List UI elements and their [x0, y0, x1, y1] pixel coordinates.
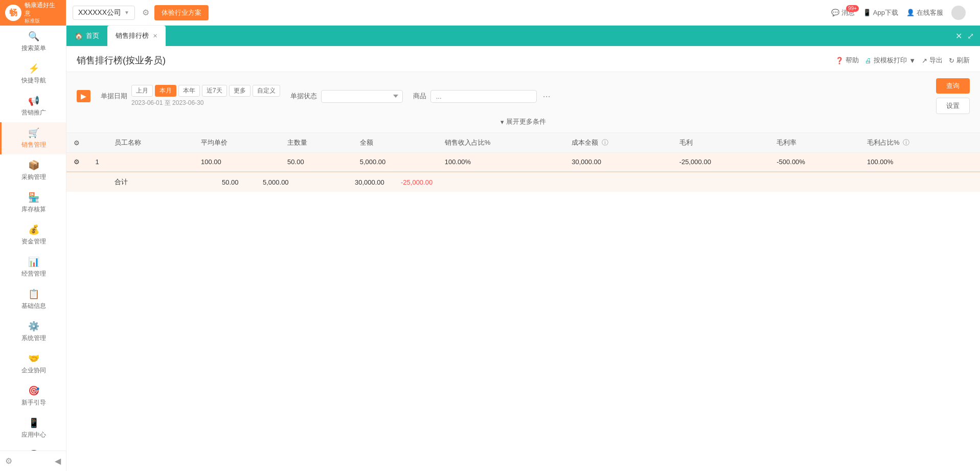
app-subtitle: 标准版: [25, 17, 61, 24]
home-icon: 🏠: [75, 32, 83, 40]
refresh-label: 刷新: [956, 56, 970, 65]
date-btn-this-month[interactable]: 本月: [155, 85, 176, 97]
date-btn-prev-month[interactable]: 上月: [131, 85, 153, 97]
close-window-icon[interactable]: ✕: [955, 31, 962, 41]
trial-button[interactable]: 体验行业方案: [154, 5, 209, 20]
filter-expand-arrow[interactable]: ▶: [77, 90, 90, 102]
sidebar-item-label-guide: 新手引导: [21, 398, 46, 407]
table-header-row: ⚙ 员工名称 平均单价 主数量 全额 销售收入占比% 成本全额 ⓘ 毛利 毛利率: [66, 133, 980, 153]
table-footer: 合计 50.00 5,000.00 30,000.00 -25,000.00: [66, 171, 980, 192]
sidebar-item-finance[interactable]: 💰 资金管理: [0, 219, 66, 251]
sidebar-item-marketing[interactable]: 📢 营销推广: [0, 90, 66, 122]
profit-pct-help-icon[interactable]: ⓘ: [903, 139, 909, 146]
sidebar-item-inventory[interactable]: 🏪 库存核算: [0, 187, 66, 219]
filter-row: ▶ 单据日期 上月 本月 本年 近7天 更多 自定义 20: [77, 78, 970, 114]
sidebar-item-label-app-center: 应用中心: [21, 431, 46, 439]
export-label: 导出: [929, 56, 943, 65]
sidebar-item-basics[interactable]: 📋 基础信息: [0, 283, 66, 316]
sidebar-item-sales[interactable]: 🛒 销售管理: [0, 122, 66, 154]
tab-home-label: 首页: [86, 31, 99, 40]
row-settings[interactable]: ⚙: [66, 153, 87, 171]
sidebar-footer: ⚙ ◀: [0, 451, 66, 471]
help-button[interactable]: ❓ 帮助: [835, 56, 859, 65]
col-profit: 毛利: [672, 133, 770, 153]
date-btn-more[interactable]: 更多: [229, 85, 250, 97]
tab-close-icon[interactable]: ✕: [153, 33, 157, 39]
topbar: XXXXXX公司 ▼ ⚙ 体验行业方案 💬 消息 99+ 📱 App下载 👤 在…: [66, 0, 980, 26]
sidebar-item-label-operations: 经营管理: [21, 270, 46, 278]
quick-nav-icon: ⚡: [28, 63, 39, 74]
company-selector[interactable]: XXXXXX公司 ▼: [73, 6, 135, 20]
filter-more-row: ▾ 展开更多条件: [77, 117, 970, 126]
cost-help-icon[interactable]: ⓘ: [602, 139, 608, 146]
row-cost: 30,000.00: [564, 153, 672, 171]
avatar[interactable]: [951, 6, 966, 20]
message-icon: 💬: [831, 9, 839, 16]
system-icon: ⚙️: [28, 321, 39, 332]
collapse-icon[interactable]: ◀: [55, 456, 61, 466]
sidebar-item-purchase[interactable]: 📦 采购管理: [0, 154, 66, 187]
row-sales-pct: 100.00%: [438, 153, 564, 171]
date-btn-7days[interactable]: 近7天: [202, 85, 227, 97]
status-select[interactable]: [321, 90, 403, 103]
sidebar-item-quick-nav[interactable]: ⚡ 快捷导航: [0, 58, 66, 90]
online-service-button[interactable]: 👤 在线客服: [906, 8, 943, 17]
export-button[interactable]: ↗ 导出: [922, 56, 943, 65]
table-area: ⚙ 员工名称 平均单价 主数量 全额 销售收入占比% 成本全额 ⓘ 毛利 毛利率: [66, 133, 980, 471]
operations-icon: 📊: [28, 256, 39, 267]
date-filter-group: 单据日期 上月 本月 本年 近7天 更多 自定义 2023-06-01 至 20…: [101, 85, 280, 107]
sidebar-item-operations[interactable]: 📊 经营管理: [0, 251, 66, 283]
status-filter-label: 单据状态: [290, 92, 317, 101]
app-center-icon: 📱: [28, 417, 39, 429]
date-btn-custom[interactable]: 自定义: [253, 85, 280, 97]
col-rank: [87, 133, 107, 153]
sidebar-item-label-finance: 资金管理: [21, 237, 46, 246]
sidebar-item-cooperation[interactable]: 🤝 企业协同: [0, 348, 66, 380]
help-icon: ❓: [835, 57, 844, 64]
service-label: 在线客服: [917, 8, 943, 17]
table-row: ⚙ 1 100.00 50.00 5,000.00 100.00% 30,000…: [66, 153, 980, 171]
app-download-button[interactable]: 📱 App下载: [863, 8, 898, 17]
expand-more-button[interactable]: ▾ 展开更多条件: [500, 117, 546, 126]
sidebar-item-system[interactable]: ⚙️ 系统管理: [0, 316, 66, 348]
expand-more-icon: ▾: [500, 118, 504, 126]
sidebar-item-wechat[interactable]: 💬 企业微信: [0, 444, 66, 451]
table-settings-button[interactable]: 设置: [936, 98, 970, 114]
page-title: 销售排行榜(按业务员): [77, 54, 166, 66]
sidebar-item-guide[interactable]: 🎯 新手引导: [0, 380, 66, 412]
expand-icon[interactable]: ▶: [77, 90, 90, 102]
settings-icon[interactable]: ⚙: [5, 456, 12, 466]
sidebar-item-app-center[interactable]: 📱 应用中心: [0, 412, 66, 444]
col-settings[interactable]: ⚙: [66, 133, 87, 153]
goods-more-icon[interactable]: ···: [543, 91, 551, 102]
tab-sales-rank-label: 销售排行榜: [116, 31, 149, 40]
cooperation-icon: 🤝: [28, 353, 39, 364]
col-sales-pct: 销售收入占比%: [438, 133, 564, 153]
query-button[interactable]: 查询: [936, 78, 970, 94]
message-button[interactable]: 💬 消息 99+: [831, 8, 855, 17]
refresh-button[interactable]: ↻ 刷新: [949, 56, 970, 65]
col-cost: 成本全额 ⓘ: [564, 133, 672, 153]
export-icon: ↗: [922, 57, 927, 64]
settings-icon[interactable]: ⚙: [142, 8, 149, 17]
tabbar-right: ✕ ⤢: [955, 31, 980, 41]
tab-home[interactable]: 🏠 首页: [66, 26, 107, 46]
goods-input[interactable]: [430, 90, 537, 103]
row-amount: 5,000.00: [353, 153, 438, 171]
sidebar-item-label-basics: 基础信息: [21, 302, 46, 310]
tab-sales-rank[interactable]: 销售排行榜 ✕: [107, 26, 166, 46]
sidebar-nav: 🔍 搜索菜单 ⚡ 快捷导航 📢 营销推广 🛒 销售管理 📦 采购管理 🏪 库存核…: [0, 26, 66, 451]
table-body: ⚙ 1 100.00 50.00 5,000.00 100.00% 30,000…: [66, 153, 980, 171]
marketing-icon: 📢: [28, 95, 39, 106]
sidebar-item-search[interactable]: 🔍 搜索菜单: [0, 26, 66, 58]
date-btn-this-year[interactable]: 本年: [178, 85, 200, 97]
page-header: 销售排行榜(按业务员) ❓ 帮助 🖨 按模板打印 ▼ ↗ 导出 ↻ 刷新: [66, 46, 980, 72]
goods-filter-group: 商品 ···: [413, 90, 551, 103]
inventory-icon: 🏪: [28, 192, 39, 203]
company-name: XXXXXX公司: [78, 8, 121, 17]
footer-profit: -25,000.00: [401, 178, 447, 186]
print-button[interactable]: 🖨 按模板打印 ▼: [865, 56, 916, 65]
maximize-icon[interactable]: ⤢: [967, 31, 974, 41]
date-filter-label: 单据日期: [101, 92, 127, 101]
footer-qty: 50.00: [222, 178, 263, 186]
